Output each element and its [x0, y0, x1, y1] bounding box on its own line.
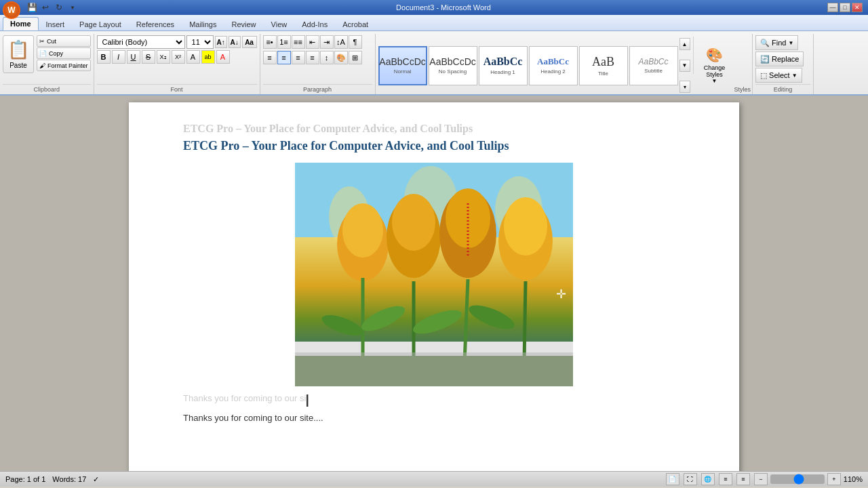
style-heading2[interactable]: AaBbCc Heading 2: [529, 46, 578, 85]
style-no-spacing[interactable]: AaBbCcDc No Spacing: [429, 46, 477, 85]
web-layout-button[interactable]: 🌐: [701, 473, 715, 485]
increase-indent-button[interactable]: ⇥: [320, 35, 334, 49]
zoom-in-button[interactable]: +: [827, 473, 841, 485]
undo-quick-btn[interactable]: ↩: [39, 1, 52, 14]
line-spacing-button[interactable]: ↕: [320, 51, 334, 64]
shading-button[interactable]: 🎨: [334, 51, 348, 64]
strikethrough-button[interactable]: S: [142, 50, 155, 64]
tab-page-layout[interactable]: Page Layout: [72, 18, 129, 30]
tab-home[interactable]: Home: [3, 17, 39, 30]
align-right-button[interactable]: ≡: [292, 51, 305, 64]
superscript-button[interactable]: X²: [172, 50, 185, 64]
tulip-svg: ✛: [295, 163, 573, 386]
text-effects-button[interactable]: A: [186, 50, 200, 64]
restore-button[interactable]: □: [840, 3, 850, 12]
document-area: ETCG Pro – Your Place for Computer Advic…: [0, 96, 868, 471]
document-image: ✛: [295, 163, 573, 386]
show-formatting-button[interactable]: ¶: [349, 35, 362, 49]
tab-mailings[interactable]: Mailings: [182, 18, 224, 30]
minimize-button[interactable]: —: [827, 3, 838, 12]
full-screen-button[interactable]: ⛶: [684, 473, 697, 485]
page-info: Page: 1 of 1: [5, 475, 45, 483]
style-subtitle[interactable]: AaBbCc Subtitle: [629, 46, 678, 85]
underline-button[interactable]: U: [127, 50, 140, 64]
text-cursor-box: [307, 394, 309, 407]
bold-button[interactable]: B: [97, 50, 111, 64]
font-shrink-button[interactable]: A↓: [229, 36, 241, 48]
document-page[interactable]: ETCG Pro – Your Place for Computer Advic…: [129, 102, 739, 471]
svg-point-18: [319, 311, 366, 340]
style-normal[interactable]: AaBbCcDc Normal: [378, 46, 427, 85]
style-title[interactable]: AaB Title: [579, 46, 628, 85]
tab-review[interactable]: Review: [224, 18, 263, 30]
tab-insert[interactable]: Insert: [39, 18, 73, 30]
copy-button[interactable]: 📄 Copy: [37, 47, 91, 59]
select-button[interactable]: ⬚ Select ▼: [755, 68, 802, 83]
font-label: Font: [97, 84, 257, 94]
more-quick-btn[interactable]: ▼: [66, 1, 79, 14]
font-color-button[interactable]: A: [216, 50, 230, 64]
italic-button[interactable]: I: [112, 50, 125, 64]
subscript-button[interactable]: X₂: [157, 50, 170, 64]
align-center-button[interactable]: ≡: [277, 51, 291, 64]
justify-button[interactable]: ≡: [306, 51, 319, 64]
status-bar: Page: 1 of 1 Words: 17 ✓ 📄 ⛶ 🌐 ≡ ≡ − + 1…: [0, 471, 868, 487]
window-controls[interactable]: — □ ✕: [827, 3, 863, 12]
save-quick-btn[interactable]: 💾: [26, 1, 38, 14]
copy-icon: 📄: [39, 50, 47, 57]
office-button[interactable]: W: [3, 1, 20, 19]
style-heading2-label: Heading 2: [540, 68, 565, 75]
cut-button[interactable]: ✂ Cut: [37, 35, 91, 47]
styles-scroll-down[interactable]: ▼: [679, 60, 690, 72]
outline-button[interactable]: ≡: [719, 473, 732, 485]
multilevel-list-button[interactable]: ≡≡: [292, 35, 305, 49]
tab-view[interactable]: View: [264, 18, 295, 30]
sort-button[interactable]: ↕A: [334, 35, 348, 49]
svg-point-20: [466, 300, 517, 333]
document-text[interactable]: Thanks you for coming to our site....: [183, 413, 685, 423]
document-title[interactable]: ETCG Pro – Your Place for Computer Advic…: [183, 139, 685, 153]
tab-references[interactable]: References: [129, 18, 182, 30]
style-no-spacing-label: No Spacing: [439, 68, 467, 75]
tab-acrobat[interactable]: Acrobat: [335, 18, 376, 30]
svg-line-16: [524, 281, 526, 363]
tab-addins[interactable]: Add-Ins: [294, 18, 335, 30]
clear-format-button[interactable]: Aa: [242, 36, 257, 48]
zoom-out-button[interactable]: −: [754, 473, 768, 485]
zoom-slider[interactable]: [770, 474, 825, 484]
redo-quick-btn[interactable]: ↻: [53, 1, 65, 14]
format-painter-button[interactable]: 🖌 Format Painter: [37, 60, 91, 71]
clipboard-group: 📋 Paste ✂ Cut 📄 Copy 🖌 Format Painter: [0, 34, 94, 94]
style-title-preview: AaB: [592, 55, 614, 69]
style-normal-label: Normal: [394, 68, 412, 75]
style-heading1-preview: AaBbCc: [484, 56, 523, 68]
draft-button[interactable]: ≡: [736, 473, 750, 485]
numbering-button[interactable]: 1≡: [277, 35, 291, 49]
align-left-button[interactable]: ≡: [263, 51, 277, 64]
font-name-select[interactable]: Calibri (Body): [97, 35, 185, 49]
change-styles-button[interactable]: 🎨 Change Styles ▼: [695, 37, 734, 94]
style-heading1[interactable]: AaBbCc Heading 1: [479, 46, 528, 85]
faded-text-row: Thanks you for coming to our si: [183, 393, 685, 407]
svg-rect-22: [295, 352, 573, 386]
close-button[interactable]: ✕: [852, 3, 863, 12]
zoom-level: 110%: [844, 475, 863, 483]
bullets-button[interactable]: ≡•: [263, 35, 277, 49]
svg-point-17: [358, 301, 408, 336]
find-button[interactable]: 🔍 Find ▼: [755, 35, 798, 50]
decrease-indent-button[interactable]: ⇤: [306, 35, 319, 49]
font-grow-button[interactable]: A↑: [215, 36, 227, 48]
spell-check-icon[interactable]: ✓: [93, 475, 99, 484]
paste-button[interactable]: 📋 Paste: [3, 35, 34, 73]
borders-button[interactable]: ⊞: [349, 51, 362, 64]
font-size-select[interactable]: 11: [186, 35, 214, 49]
styles-scroll-up[interactable]: ▲: [679, 38, 690, 50]
print-layout-button[interactable]: 📄: [666, 473, 679, 485]
status-right: 📄 ⛶ 🌐 ≡ ≡ − + 110%: [666, 473, 863, 485]
replace-button[interactable]: 🔄 Replace: [755, 52, 804, 66]
highlight-button[interactable]: ab: [201, 50, 215, 64]
styles-gallery: AaBbCcDc Normal AaBbCcDc No Spacing AaBb…: [378, 37, 678, 94]
styles-more[interactable]: ▾: [679, 81, 690, 93]
style-subtitle-label: Subtitle: [644, 68, 663, 74]
editing-group: 🔍 Find ▼ 🔄 Replace ⬚ Select ▼ Editing: [753, 34, 814, 94]
